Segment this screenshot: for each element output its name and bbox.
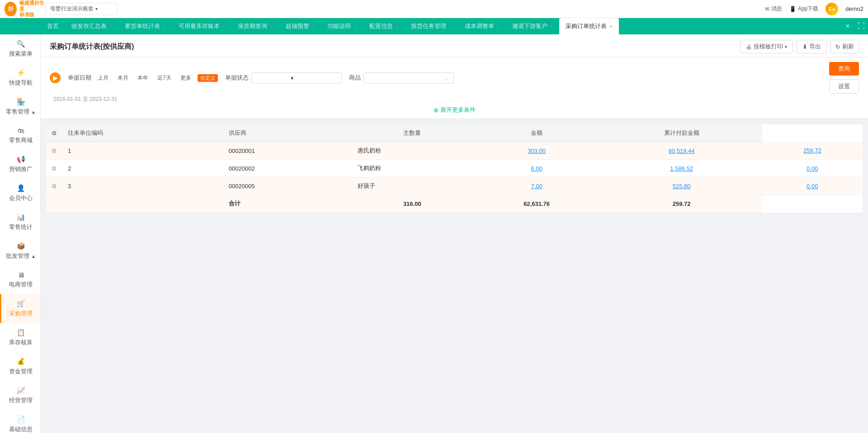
tab-close-icon[interactable]: × <box>222 24 225 29</box>
refresh-button[interactable]: ↻ 刷新 <box>830 40 859 53</box>
export-button[interactable]: ⬇ 导出 <box>797 40 827 53</box>
status-select[interactable]: ▾ <box>251 72 342 84</box>
sidebar-icon: 🛒 <box>17 300 25 308</box>
sidebar-item-经营管理[interactable]: 📈经营管理 <box>0 381 40 410</box>
main-layout: 🔍搜索菜单⚡快捷导航🏪零售管理▲🛍零售商城📢营销推广👤会员中心📊零售统计📦批发管… <box>0 34 868 433</box>
sidebar-item-采购管理[interactable]: 🛒采购管理 <box>0 294 40 323</box>
row-number: 1 <box>62 142 223 160</box>
sidebar: 🔍搜索菜单⚡快捷导航🏪零售管理▲🛍零售商城📢营销推广👤会员中心📊零售统计📦批发管… <box>0 34 41 433</box>
header-actions: 🖨 按模板打印 ▾ ⬇ 导出 ↻ 刷新 <box>740 40 859 53</box>
nav-tab-成本调整单[interactable]: 成本调整单× <box>458 18 506 34</box>
sidebar-label: 经营管理 <box>9 396 33 404</box>
col-paid: 累计付款金额 <box>601 124 762 142</box>
print-chevron: ▾ <box>785 44 787 49</box>
tab-close-icon[interactable]: × <box>163 24 165 29</box>
message-button[interactable]: ✉ 消息 <box>765 5 782 13</box>
sidebar-item-会员中心[interactable]: 👤会员中心 <box>0 179 40 208</box>
settings-button[interactable]: 设置 <box>829 79 859 94</box>
row-quantity[interactable]: 7.00 <box>472 177 601 195</box>
date-shortcut-上月[interactable]: 上月 <box>94 73 112 83</box>
nav-tab-保质期查询[interactable]: 保质期查询× <box>231 18 279 34</box>
date-shortcut-本月[interactable]: 本月 <box>114 73 132 83</box>
tab-close-icon[interactable]: × <box>497 24 500 29</box>
print-button[interactable]: 🖨 按模板打印 ▾ <box>740 40 793 53</box>
tab-close-icon[interactable]: × <box>550 24 553 29</box>
status-filter-item: 单据状态 ▾ <box>225 72 342 84</box>
toggle-arrow[interactable]: ▶ <box>50 72 61 83</box>
sidebar-item-基础信息[interactable]: 📄基础信息 <box>0 410 40 433</box>
nav-tab-超储预警[interactable]: 超储预警× <box>279 18 321 34</box>
tab-close-icon[interactable]: × <box>109 24 112 29</box>
workspace-chevron: ▾ <box>95 6 98 11</box>
app-download-button[interactable]: 📱 App下载 <box>789 5 818 13</box>
row-quantity[interactable]: 6.00 <box>472 160 601 177</box>
sidebar-label: 资金管理 <box>9 367 33 376</box>
row-paid[interactable]: 0.00 <box>762 177 863 195</box>
nav-tab-邀请下游客户[interactable]: 邀请下游客户× <box>506 18 559 34</box>
sidebar-item-资金管理[interactable]: 💰资金管理 <box>0 352 40 381</box>
tab-close-icon[interactable]: × <box>449 24 452 29</box>
date-shortcut-本年[interactable]: 本年 <box>134 73 152 83</box>
sidebar-item-搜索菜单[interactable]: 🔍搜索菜单 <box>0 34 40 63</box>
row-code: 00020001 <box>223 142 352 160</box>
nav-tab-收发存汇总表[interactable]: 收发存汇总表× <box>65 18 118 34</box>
nav-tab-采购订单统计表[interactable]: 采购订单统计表× <box>559 18 618 34</box>
query-button[interactable]: 查询 <box>829 62 859 76</box>
gear-icon[interactable]: ⚙ <box>52 165 57 172</box>
sidebar-label: 采购管理 <box>9 309 33 318</box>
sidebar-item-电商管理[interactable]: 🖥电商管理 <box>0 266 40 294</box>
goods-input[interactable]: … <box>363 72 454 84</box>
close-all-button[interactable]: × <box>841 18 854 34</box>
sidebar-item-批发管理[interactable]: 📦批发管理▲ <box>0 237 40 266</box>
row-number: 2 <box>62 160 223 177</box>
row-gear[interactable]: ⚙ <box>46 142 62 160</box>
sidebar-item-零售统计[interactable]: 📊零售统计 <box>0 208 40 237</box>
date-shortcut-更多[interactable]: 更多 <box>177 73 195 83</box>
tab-close-icon[interactable]: × <box>354 24 356 29</box>
workspace-selector[interactable]: 母婴行业演示账套 ▾ <box>45 3 118 15</box>
gear-icon[interactable]: ⚙ <box>52 183 57 190</box>
col-gear: ⚙ <box>46 124 62 142</box>
nav-tab-要货单统计表[interactable]: 要货单统计表× <box>118 18 172 34</box>
nav-tab-功能说明[interactable]: 功能说明× <box>321 18 363 34</box>
row-amount[interactable]: 60,519.44 <box>601 142 762 160</box>
nav-tab-配置信息[interactable]: 配置信息× <box>363 18 405 34</box>
sidebar-item-零售管理[interactable]: 🏪零售管理▲ <box>0 92 40 121</box>
filter-row: ▶ 单据日期 上月本月本年近7天更多 自定义 单据状态 ▾ 商品 <box>50 62 859 94</box>
sidebar-item-零售商城[interactable]: 🛍零售商城 <box>0 121 40 150</box>
message-icon: ✉ <box>765 6 769 12</box>
row-gear[interactable]: ⚙ <box>46 177 62 195</box>
sidebar-item-库存核算[interactable]: 📋库存核算 <box>0 323 40 352</box>
date-shortcut-近7天[interactable]: 近7天 <box>154 73 175 83</box>
gear-icon[interactable]: ⚙ <box>52 148 57 154</box>
nav-tab-拣货任务管理[interactable]: 拣货任务管理× <box>405 18 458 34</box>
sidebar-item-营销推广[interactable]: 📢营销推广 <box>0 150 40 179</box>
row-quantity[interactable]: 303.00 <box>472 142 601 160</box>
workspace-name: 母婴行业演示账套 <box>50 5 94 13</box>
goods-ellipsis: … <box>443 75 449 81</box>
tab-close-icon[interactable]: × <box>270 24 273 29</box>
footer-label: 合计 <box>223 195 352 213</box>
tab-close-icon[interactable]: × <box>609 24 612 29</box>
status-chevron: ▾ <box>291 75 294 81</box>
tab-close-icon[interactable]: × <box>396 24 398 29</box>
tab-close-icon[interactable]: × <box>312 24 315 29</box>
row-paid[interactable]: 259.72 <box>762 142 863 160</box>
col-amount: 金额 <box>472 124 601 142</box>
nav-tab-首页[interactable]: 首页 <box>41 18 65 34</box>
sidebar-icon: 📊 <box>17 213 25 221</box>
sidebar-icon: 👤 <box>17 184 25 192</box>
maximize-button[interactable]: ⛶ <box>854 18 868 34</box>
row-gear[interactable]: ⚙ <box>46 160 62 177</box>
date-shortcuts: 上月本月本年近7天更多 <box>94 73 195 83</box>
expand-button[interactable]: ⊕ 展开更多条件 <box>434 106 476 114</box>
avatar: Ea <box>826 3 838 15</box>
sidebar-item-快捷导航[interactable]: ⚡快捷导航 <box>0 63 40 92</box>
username[interactable]: demo2 <box>845 5 863 12</box>
row-amount[interactable]: 525.80 <box>601 177 762 195</box>
sidebar-label: 批发管理 <box>6 252 29 260</box>
row-paid[interactable]: 0.00 <box>762 160 863 177</box>
custom-badge[interactable]: 自定义 <box>198 74 218 82</box>
row-amount[interactable]: 1,586.52 <box>601 160 762 177</box>
nav-tab-可用量库存账本[interactable]: 可用量库存账本× <box>172 18 231 34</box>
